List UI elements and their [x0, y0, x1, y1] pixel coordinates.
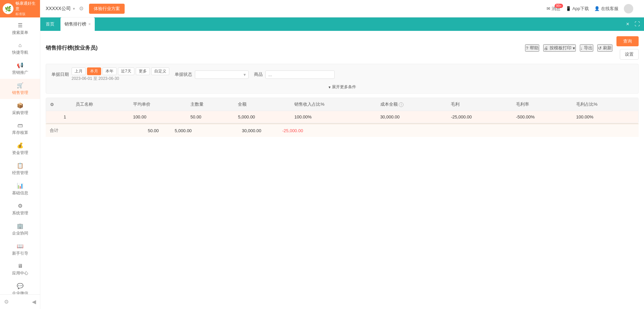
print-icon: 🖨: [544, 46, 548, 51]
sidebar-collapse-icon[interactable]: ◀: [31, 297, 37, 306]
footer-amount: 5,000.00: [171, 128, 204, 133]
sidebar-item-label: 企业协同: [12, 230, 28, 236]
topbar-right: ✉ 消息 99+ 📱 App下载 👤 在线客服: [547, 4, 639, 13]
tab-fullscreen-icon[interactable]: ⛶: [633, 20, 641, 29]
tab-close-icon[interactable]: ×: [88, 22, 91, 27]
enterprise-wechat-icon: 💬: [17, 283, 24, 289]
sidebar-item-sales[interactable]: 🛒 销售管理: [0, 79, 40, 99]
search-order-icon: ☰: [18, 22, 23, 29]
sidebar-item-label: 销售管理: [12, 90, 28, 96]
sidebar-item-label: 系统管理: [12, 210, 28, 216]
finance-icon: 💰: [17, 142, 24, 149]
help-icon: ?: [526, 46, 528, 51]
goods-label: 商品: [254, 71, 263, 78]
refresh-icon: ↺: [598, 46, 602, 51]
sidebar-item-marketing[interactable]: 📢 营销推广: [0, 59, 40, 79]
th-profit-ratio: 毛利占比%: [572, 98, 638, 111]
trial-button[interactable]: 体验行业方案: [89, 4, 125, 14]
message-button[interactable]: ✉ 消息 99+: [547, 6, 560, 12]
operations-icon: 📋: [17, 162, 24, 169]
th-employee: 员工名称: [72, 98, 129, 111]
th-profit: 毛利: [447, 98, 512, 111]
sidebar-item-enterprise[interactable]: 🏢 企业协同: [0, 219, 40, 240]
th-settings[interactable]: ⚙: [46, 98, 58, 111]
print-button[interactable]: 🖨 按模板打印 ▾: [543, 44, 576, 52]
th-sales-ratio: 销售收入占比%: [290, 98, 376, 111]
date-btn-more[interactable]: 更多: [136, 67, 150, 75]
app-download-button[interactable]: 📱 App下载: [566, 6, 589, 12]
tabbar: 首页 销售排行榜 × × ⛶: [40, 17, 644, 31]
app-download-label: App下载: [572, 6, 589, 12]
th-profit-rate: 毛利率: [512, 98, 572, 111]
sidebar-nav: ☰ 搜索菜单 ⌂ 快捷导航 📢 营销推广 🛒 销售管理 📦 采购管理 🗃 库存核…: [0, 17, 40, 294]
online-service-button[interactable]: 👤 在线客服: [594, 6, 618, 12]
company-selector[interactable]: XXXXX公司 ▾: [46, 6, 75, 12]
sales-icon: 🛒: [17, 82, 24, 89]
date-btn-this-month[interactable]: 本月: [87, 67, 101, 75]
service-icon: 👤: [594, 6, 600, 11]
tab-label: 销售排行榜: [65, 21, 86, 27]
status-select-wrap: [195, 70, 249, 79]
query-button[interactable]: 查询: [616, 36, 639, 46]
th-amount: 全额: [234, 98, 290, 111]
message-icon: ✉: [547, 6, 550, 11]
footer-cost-amount: 30,000.00: [238, 128, 278, 133]
td-profit: -25,000.00: [447, 111, 512, 123]
page-actions: ? 帮助 🖨 按模板打印 ▾ ↓ 导出 ↺ 刷新 查询: [525, 36, 639, 60]
filter-area: 单据日期 上月 本月 本年 近7天 更多 自定义 2023-06-01 至 20…: [46, 64, 639, 94]
td-profit-rate: -500.00%: [512, 111, 572, 123]
td-avg-price: 100.00: [129, 111, 186, 123]
guide-icon: 📖: [17, 243, 24, 249]
logo-title: 畅康通好生意: [15, 1, 37, 11]
cost-info-icon[interactable]: i: [399, 102, 403, 107]
page-settings-button[interactable]: 设置: [620, 49, 639, 60]
data-table: ⚙ 员工名称 平均单价 主数量 全额 销售收入占比% 成本全额 i 毛利 毛利率: [46, 98, 638, 123]
export-button[interactable]: ↓ 导出: [580, 44, 594, 52]
tab-home[interactable]: 首页: [40, 17, 60, 31]
date-btn-this-year[interactable]: 本年: [102, 67, 117, 75]
help-button[interactable]: ? 帮助: [525, 44, 539, 52]
sidebar-item-label: 快捷导航: [12, 50, 28, 55]
logo-subtitle: 标准版: [15, 12, 37, 16]
inventory-icon: 🗃: [17, 122, 23, 128]
sidebar-item-quick-nav[interactable]: ⌂ 快捷导航: [0, 39, 40, 59]
date-range-display: 2023-06-01 至 2023-06-30: [72, 76, 169, 82]
sidebar-item-purchase[interactable]: 📦 采购管理: [0, 99, 40, 119]
sidebar-item-guide[interactable]: 📖 新手引导: [0, 240, 40, 260]
purchase-icon: 📦: [17, 102, 24, 109]
date-btn-7days[interactable]: 近7天: [118, 67, 134, 75]
user-avatar[interactable]: [624, 4, 633, 13]
footer-spacer: [117, 128, 144, 133]
message-badge: 99+: [555, 4, 563, 8]
refresh-button[interactable]: ↺ 刷新: [597, 44, 612, 52]
tab-window-close-icon[interactable]: ×: [625, 20, 631, 29]
sidebar-item-search-order[interactable]: ☰ 搜索菜单: [0, 19, 40, 39]
date-btn-custom[interactable]: 自定义: [151, 67, 169, 75]
sidebar-item-enterprise-wechat[interactable]: 💬 企业微信: [0, 279, 40, 294]
print-label: 按模板打印: [550, 45, 571, 51]
sidebar-item-system[interactable]: ⚙ 系统管理: [0, 199, 40, 219]
goods-input[interactable]: [265, 70, 335, 79]
sidebar-item-label: 应用中心: [12, 270, 28, 276]
data-table-wrap: ⚙ 员工名称 平均单价 主数量 全额 销售收入占比% 成本全额 i 毛利 毛利率: [46, 98, 639, 123]
th-cost-amount: 成本全额 i: [376, 98, 447, 111]
date-btn-last-month[interactable]: 上月: [72, 67, 86, 75]
date-btn-group: 上月 本月 本年 近7天 更多 自定义 2023-06-01 至 2023-06…: [72, 67, 169, 82]
sidebar-item-finance[interactable]: 💰 资金管理: [0, 139, 40, 159]
logo-icon: 🌿: [3, 3, 13, 14]
app-download-icon: 📱: [566, 6, 571, 11]
expand-down-icon: ▾: [329, 85, 331, 90]
sidebar-item-basic-info[interactable]: 📊 基础信息: [0, 179, 40, 199]
topbar-settings-icon[interactable]: ⚙: [78, 4, 85, 13]
sidebar-item-inventory[interactable]: 🗃 库存核算: [0, 119, 40, 139]
sidebar-settings-icon[interactable]: ⚙: [3, 297, 10, 306]
th-rank: [58, 98, 72, 111]
tab-sales-ranking[interactable]: 销售排行榜 ×: [60, 17, 95, 31]
date-buttons: 上月 本月 本年 近7天 更多 自定义: [72, 67, 169, 75]
sidebar-item-app-center[interactable]: 🖥 应用中心: [0, 260, 40, 279]
expand-more-btn[interactable]: ▾ 展开更多条件: [329, 84, 356, 90]
status-select[interactable]: [195, 70, 249, 79]
filter-expand-row: ▾ 展开更多条件: [51, 84, 633, 90]
sidebar-item-operations[interactable]: 📋 经营管理: [0, 159, 40, 179]
sidebar-item-label: 采购管理: [12, 110, 28, 116]
